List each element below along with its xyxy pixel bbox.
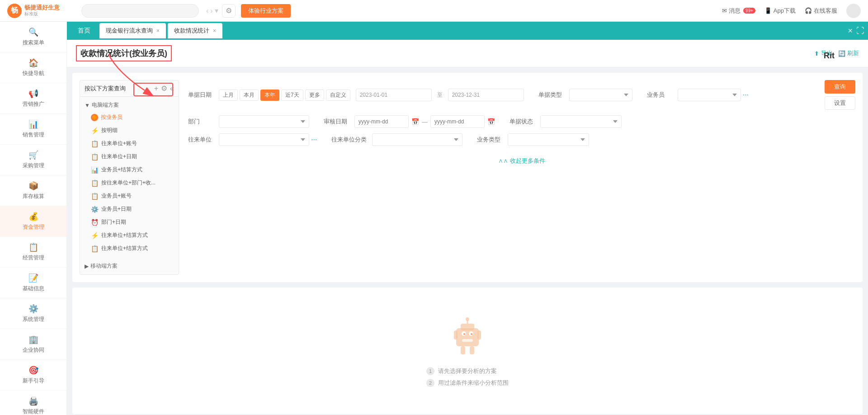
counter-party-category-label: 往来单位分类 <box>331 136 367 144</box>
counter-party-more-btn[interactable]: ··· <box>311 136 317 144</box>
content-area: 首页 现金银行流水查询 × 收款情况统计 × × ⛶ 收款情况统计(按业务员) <box>67 22 868 415</box>
online-service-item[interactable]: 🎧 在线客服 <box>805 7 837 15</box>
scheme-collapse-btn[interactable]: « <box>170 85 174 93</box>
scheme-item-10[interactable]: 📋 往来单位+结算方式 <box>80 242 179 255</box>
sidebar-item-purchase[interactable]: 🛒 采购管理 <box>0 145 66 175</box>
sidebar-item-basic-info[interactable]: 📝 基础信息 <box>0 268 66 298</box>
counter-party-category-select[interactable] <box>372 133 462 146</box>
robot-svg <box>445 315 490 360</box>
scheme-item-8[interactable]: ⏰ 部门+日期 <box>80 216 179 229</box>
scheme-item-7[interactable]: ⚙️ 业务员+日期 <box>80 203 179 216</box>
sidebar-item-beginner[interactable]: 🎯 新手引导 <box>0 360 66 391</box>
svg-rect-10 <box>470 346 474 354</box>
date-btn-this-year[interactable]: 本年 <box>260 90 279 101</box>
sidebar: 🔍 搜索菜单 🏠 快捷导航 📢 营销推广 📊 销售管理 🛒 采购管理 📦 库存核… <box>0 22 67 415</box>
nav-dropdown[interactable]: ▾ <box>215 6 218 15</box>
sidebar-item-finance[interactable]: 💰 资金管理 <box>0 206 66 237</box>
sidebar-item-search[interactable]: 🔍 搜索菜单 <box>0 22 66 52</box>
sidebar-item-inventory[interactable]: 📦 库存核算 <box>0 175 66 206</box>
scheme-item-0[interactable]: 🔶 按业务员 <box>80 111 179 124</box>
counter-party-select[interactable] <box>219 133 309 146</box>
sidebar-item-hardware[interactable]: 🖨️ 智能硬件 <box>0 391 66 415</box>
tab-window-close[interactable]: × <box>848 26 853 36</box>
date-btn-this-month[interactable]: 本月 <box>240 90 259 101</box>
date-btn-last-month[interactable]: 上月 <box>219 90 238 101</box>
scheme-item-6[interactable]: 📋 业务员+账号 <box>80 189 179 203</box>
date-from-input[interactable] <box>356 89 432 101</box>
scheme-icon-3: 📋 <box>91 153 99 160</box>
sidebar-item-management[interactable]: 📋 经营管理 <box>0 237 66 268</box>
date-buttons-group: 上月 本月 本年 近7天 更多 自定义 <box>219 90 350 101</box>
biz-type-select[interactable] <box>508 133 589 146</box>
empty-area: 1 请先选择要分析的方案 2 用过滤条件来缩小分析范围 <box>72 288 863 414</box>
counter-party-select-wrap: ··· <box>219 133 317 146</box>
scheme-item-4[interactable]: 📊 业务员+结算方式 <box>80 163 179 176</box>
scheme-mobile-title[interactable]: ▶ 移动端方案 <box>80 260 179 272</box>
voucher-status-select[interactable] <box>540 115 622 128</box>
query-button[interactable]: 查询 <box>825 80 855 94</box>
filter-row-2: 部门 审核日期 📅 — <box>188 115 855 128</box>
scheme-item-5[interactable]: 📋 按往来单位+部门+收... <box>80 176 179 189</box>
scheme-header-label: 按以下方案查询 <box>85 85 151 93</box>
messages-badge: 99+ <box>743 8 755 14</box>
audit-date-from[interactable] <box>354 115 409 128</box>
date-to-input[interactable] <box>448 89 524 101</box>
voucher-type-select[interactable] <box>569 89 632 101</box>
tab-bank-flow[interactable]: 现金银行流水查询 × <box>99 23 166 38</box>
scheme-item-1[interactable]: ⚡ 按明细 <box>80 124 179 137</box>
sidebar-item-marketing[interactable]: 📢 营销推广 <box>0 83 66 114</box>
salesperson-more-btn[interactable]: ··· <box>743 91 749 99</box>
date-btn-custom[interactable]: 自定义 <box>326 90 350 101</box>
date-btn-7days[interactable]: 近7天 <box>281 90 303 101</box>
setting-button[interactable]: 设置 <box>825 96 855 110</box>
tab-bank-flow-close[interactable]: × <box>156 28 160 34</box>
page-actions: ⬆ 导出 🔄 刷新 <box>814 49 859 57</box>
tab-collection-stats[interactable]: 收款情况统计 × <box>168 23 222 38</box>
nav-arrows: ‹ › ▾ <box>206 6 218 15</box>
tab-collection-stats-close[interactable]: × <box>213 28 216 34</box>
scheme-add-btn[interactable]: + <box>154 85 158 93</box>
scheme-item-3[interactable]: 📋 往来单位+日期 <box>80 150 179 163</box>
audit-date-separator: — <box>422 118 428 125</box>
header-search-input[interactable] <box>81 4 199 18</box>
search-icon: 🔍 <box>28 27 38 37</box>
collapse-btn-wrap[interactable]: ∧∧ 收起更多条件 <box>188 151 855 167</box>
nav-back[interactable]: ‹ <box>206 7 208 15</box>
scheme-item-9[interactable]: ⚡ 往来单位+结算方式 <box>80 229 179 242</box>
scheme-settings-btn[interactable]: ⚙ <box>161 84 167 93</box>
audit-date-to-calendar[interactable]: 📅 <box>487 118 495 125</box>
user-avatar[interactable] <box>846 4 861 18</box>
date-btn-more[interactable]: 更多 <box>305 90 324 101</box>
management-icon: 📋 <box>28 242 38 252</box>
scheme-icon-10: 📋 <box>91 245 99 252</box>
refresh-button[interactable]: 🔄 刷新 <box>838 49 859 57</box>
dept-select[interactable] <box>219 115 309 128</box>
sidebar-item-sales[interactable]: 📊 销售管理 <box>0 114 66 145</box>
empty-tips: 1 请先选择要分析的方案 2 用过滤条件来缩小分析范围 <box>426 367 509 387</box>
trial-button[interactable]: 体验行业方案 <box>241 4 291 18</box>
mobile-collapse-icon: ▶ <box>85 263 89 269</box>
audit-date-from-calendar[interactable]: 📅 <box>411 118 419 125</box>
messages-label: 消息 <box>729 7 741 15</box>
collapse-icon: ∧∧ <box>498 157 510 164</box>
app-download-item[interactable]: 📱 App下载 <box>764 7 796 15</box>
page-title: 收款情况统计(按业务员) <box>76 45 172 61</box>
sidebar-item-enterprise[interactable]: 🏢 企业协同 <box>0 329 66 360</box>
biz-type-label: 业务类型 <box>477 136 502 144</box>
svg-point-12 <box>466 317 469 321</box>
audit-date-to[interactable] <box>430 115 485 128</box>
gear-button[interactable]: ⚙ <box>222 4 236 18</box>
tab-window-maximize[interactable]: ⛶ <box>856 26 864 36</box>
messages-item[interactable]: ✉ 消息 99+ <box>722 7 755 15</box>
scheme-item-2[interactable]: 📋 往来单位+账号 <box>80 137 179 150</box>
dept-select-wrap <box>219 115 309 128</box>
filter-row-1: 单据日期 上月 本月 本年 近7天 更多 自定义 至 <box>188 80 855 110</box>
tab-home[interactable]: 首页 <box>71 22 98 40</box>
filter-row-3: 往来单位 ··· 往来单位分类 <box>188 133 855 146</box>
nav-forward[interactable]: › <box>210 7 212 15</box>
sidebar-item-system[interactable]: ⚙️ 系统管理 <box>0 298 66 329</box>
salesperson-select[interactable] <box>678 89 741 101</box>
sidebar-item-quicknav[interactable]: 🏠 快捷导航 <box>0 52 66 83</box>
scheme-desktop-title[interactable]: ▼ 电脑端方案 <box>80 99 179 111</box>
system-icon: ⚙️ <box>28 304 38 314</box>
